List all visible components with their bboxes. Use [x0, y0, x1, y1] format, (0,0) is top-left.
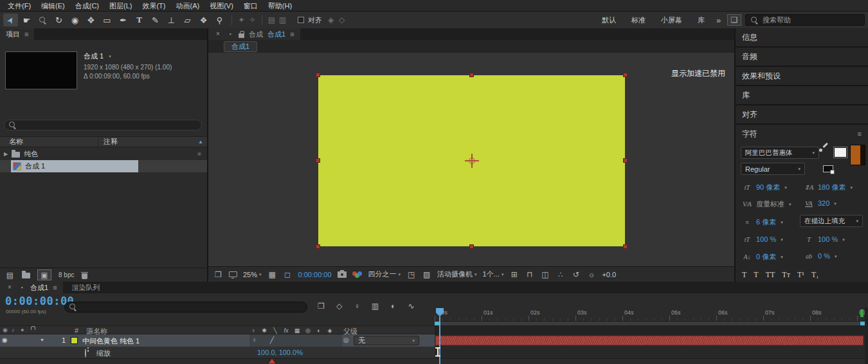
chevron-down-icon[interactable]: ▾ — [109, 54, 111, 59]
twirl-closed-icon[interactable]: ▶ — [4, 151, 8, 157]
tracking-control[interactable]: VA 320 ▾ — [802, 199, 836, 207]
show-channels-icon[interactable] — [352, 271, 363, 278]
menu-item[interactable]: 文件(F) — [3, 0, 36, 12]
menu-item[interactable]: 编辑(E) — [36, 0, 70, 12]
workspace-tab[interactable]: 小屏幕 — [653, 15, 690, 25]
tab-render-queue[interactable]: 渲染队列 — [63, 282, 109, 293]
camera-dropdown[interactable]: 活动摄像机 ▾ — [437, 269, 477, 279]
composition-viewport[interactable]: 显示加速已禁用 — [208, 53, 734, 266]
column-name[interactable]: 名称 — [0, 137, 98, 147]
tool-option-icon[interactable]: ▥ — [278, 15, 287, 25]
tsume-control[interactable]: ab 0 % ▾ — [802, 252, 836, 260]
menu-item[interactable]: 图层(L) — [104, 0, 137, 12]
project-row-folder[interactable]: ▶ 纯色 ✳ — [0, 148, 207, 160]
rotate-tool-icon[interactable]: ↻ — [51, 14, 66, 26]
graph-editor-icon[interactable]: ∿ — [406, 301, 416, 311]
tool-option-icon[interactable]: ✧ — [248, 15, 257, 25]
horizontal-scale-control[interactable]: T 100 % ▾ — [802, 235, 845, 243]
view-count-dropdown[interactable]: 1个... ▾ — [483, 269, 504, 279]
project-search-field[interactable] — [4, 120, 202, 131]
transform-handle[interactable] — [316, 158, 320, 163]
solo-column-icon[interactable]: ● — [21, 327, 24, 333]
leading-value[interactable]: 180 像素 — [818, 183, 845, 192]
pixel-aspect-icon[interactable]: ◫ — [540, 269, 550, 279]
menu-item[interactable]: 窗口 — [239, 0, 263, 12]
folder-name[interactable]: 纯色 — [24, 149, 38, 159]
snapshot-camera-icon[interactable] — [338, 271, 347, 278]
timeline-scrollbar[interactable] — [865, 307, 868, 364]
property-label[interactable]: 缩放 — [96, 349, 111, 358]
vertical-scale-control[interactable]: tT 100 % ▾ — [741, 235, 783, 243]
parent-dropdown[interactable]: 无 ▾ — [354, 336, 419, 345]
collapsed-panel-header[interactable]: 信息 — [736, 28, 868, 46]
audio-column-icon[interactable]: ♪ — [12, 327, 15, 333]
stroke-width-value[interactable]: 6 像素 — [756, 217, 776, 227]
hand-tool-icon[interactable]: ☛ — [19, 14, 34, 26]
pen-tool-icon[interactable]: ✒ — [116, 14, 131, 26]
faux-style-button[interactable]: T — [754, 270, 758, 280]
panel-menu-icon[interactable]: ≡ — [290, 31, 294, 38]
preview-timecode[interactable]: 0:00:00:00 — [298, 271, 332, 278]
zoom-tool-icon[interactable] — [35, 14, 50, 26]
collapsed-panel-header[interactable]: 音频 — [736, 48, 868, 66]
anchor-point[interactable] — [467, 156, 477, 166]
vertical-scale-value[interactable]: 100 % — [756, 235, 776, 243]
layer-row[interactable]: ◉ ▼ 1 中间色黄色 纯色 1 ♀ ╱ ◎ 无 ▾ — [0, 334, 435, 347]
grid-options-icon[interactable]: ▦ — [267, 269, 277, 279]
layer-name[interactable]: 中间色黄色 纯色 1 — [82, 336, 140, 346]
stroke-color-swatch[interactable] — [850, 145, 865, 165]
guides-icon[interactable]: ◻ — [283, 269, 293, 279]
tab-timeline-comp1[interactable]: × ▪ 合成1 ≡ — [0, 282, 63, 293]
transform-handle[interactable] — [316, 73, 320, 77]
parent-pickwhip-icon[interactable]: ◎ — [343, 336, 349, 343]
font-size-value[interactable]: 90 像素 — [756, 183, 780, 192]
workspace-tab[interactable]: 默认 — [594, 15, 624, 25]
property-value[interactable]: 100.0, 100.0% — [257, 349, 303, 356]
close-icon[interactable]: × — [6, 283, 14, 293]
layer-shy-toggle[interactable]: ♀ — [252, 336, 257, 343]
font-size-control[interactable]: tT 90 像素 ▾ — [741, 183, 787, 192]
timeline-marker[interactable] — [269, 359, 275, 363]
tracking-value[interactable]: 320 — [818, 199, 829, 207]
close-icon[interactable]: × — [214, 30, 222, 39]
layer-color-chip[interactable] — [71, 337, 78, 344]
tab-composition[interactable]: × ▪ 合成 合成1 ≡ — [208, 28, 300, 40]
target-region-icon[interactable]: ⊓ — [525, 269, 534, 279]
faux-style-button[interactable]: TT — [766, 270, 775, 280]
leading-control[interactable]: ⇕A 180 像素 ▾ — [802, 183, 853, 192]
panel-menu-icon[interactable]: ≡ — [858, 131, 862, 138]
camera-tool-icon[interactable]: ◉ — [68, 14, 82, 26]
project-row-comp[interactable]: 合成 1 — [0, 160, 207, 172]
workspace-overflow-icon[interactable]: » — [714, 15, 723, 25]
font-family-dropdown[interactable]: 阿里巴巴普惠体 ▾ — [741, 147, 819, 159]
help-search-field[interactable]: 搜索帮助 — [745, 14, 865, 26]
resolution-dropdown[interactable]: 四分之一 ▾ — [368, 269, 401, 279]
draft-3d-icon[interactable]: ◇ — [334, 301, 344, 311]
roto-brush-tool-icon[interactable]: ❖ — [196, 14, 211, 26]
flowchart-icon[interactable]: ❐ — [213, 269, 223, 279]
reset-exposure-icon[interactable]: ↺ — [571, 269, 581, 279]
horizontal-scale-value[interactable]: 100 % — [818, 235, 838, 243]
collapsed-panel-header[interactable]: 效果和预设 — [736, 67, 868, 85]
faux-style-button[interactable]: T¹ — [797, 270, 804, 280]
faux-style-button[interactable]: T — [742, 270, 746, 280]
tool-option-icon[interactable]: ▤ — [267, 15, 276, 25]
transparency-grid-icon[interactable]: ▨ — [422, 269, 431, 279]
pan-behind-tool-icon[interactable]: ✥ — [84, 14, 98, 26]
puppet-pin-tool-icon[interactable]: ⚲ — [212, 14, 227, 26]
transform-handle[interactable] — [623, 73, 628, 77]
stopwatch-icon[interactable] — [85, 349, 86, 358]
transform-handle[interactable] — [623, 244, 628, 249]
new-composition-icon[interactable]: ▣ — [37, 269, 51, 280]
magnification-dropdown[interactable]: 25% ▾ — [243, 271, 262, 278]
layer-twirl-icon[interactable]: ▼ — [40, 338, 44, 342]
scale-property-row[interactable]: 缩放 100.0, 100.0% — [0, 347, 435, 358]
layer-quality-toggle[interactable]: ╱ — [270, 336, 274, 343]
lock-icon[interactable] — [239, 33, 244, 38]
layer-duration-bar[interactable] — [435, 336, 863, 345]
viewer-tab-comp1[interactable]: 合成1 — [224, 41, 257, 52]
transform-handle[interactable] — [623, 158, 628, 163]
tool-option-icon[interactable]: ✦ — [237, 15, 246, 25]
column-number[interactable]: # — [75, 327, 78, 334]
comp-item-name[interactable]: 合成 1 — [25, 161, 45, 171]
